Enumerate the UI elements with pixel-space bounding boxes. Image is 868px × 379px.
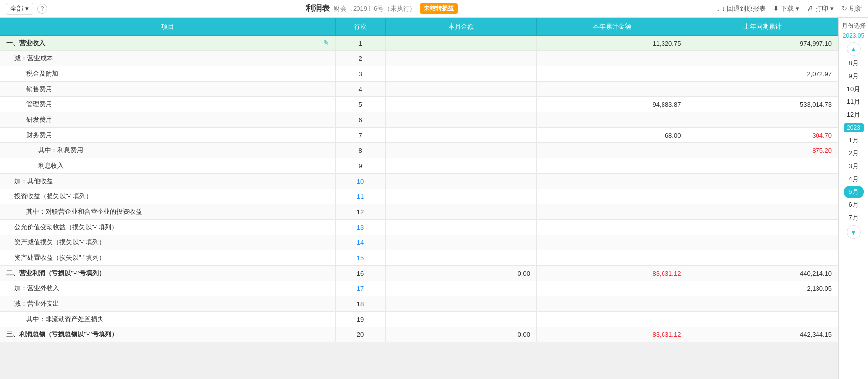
sidebar-month-7[interactable]: 7月 [844, 211, 864, 224]
refresh-button[interactable]: ↻ 刷新 [842, 4, 862, 13]
row-label: 三、利润总额（亏损总额以"-"号填列） [6, 331, 118, 338]
cell-row-num[interactable]: 11 [335, 189, 386, 204]
cell-prev [687, 82, 838, 97]
cell-item-5: 研发费用 [0, 112, 336, 128]
edit-icon[interactable]: ✎ [323, 39, 329, 47]
cell-current [386, 66, 537, 82]
cell-current [386, 36, 537, 51]
table-row: 减：营业成本2 [0, 51, 838, 66]
sidebar-month-10[interactable]: 10月 [844, 83, 864, 95]
cell-item-2: 税金及附加 [0, 66, 336, 82]
print-arrow-icon: ▾ [830, 5, 834, 12]
scope-dropdown[interactable]: 全部 ▾ [6, 3, 33, 15]
download-arrow-icon: ▾ [796, 5, 799, 12]
row-label: 税金及附加 [26, 70, 58, 77]
cell-item-10: 投资收益（损失以"-"填列） [0, 189, 336, 204]
report-subtitle: 财会〔2019〕6号（未执行） [334, 4, 416, 13]
cell-prev [687, 312, 838, 327]
sidebar-period-label: 月份选择 [842, 22, 866, 30]
cell-prev: 440,214.10 [687, 266, 838, 281]
sidebar-month-5[interactable]: 5月 [844, 186, 864, 198]
cell-ytd: 11,320.75 [536, 36, 687, 51]
cell-row-num[interactable]: 14 [335, 235, 386, 250]
cell-prev [687, 189, 838, 204]
sidebar-month-2[interactable]: 2月 [844, 147, 864, 160]
cell-prev [687, 220, 838, 235]
cell-ytd [536, 235, 687, 250]
cell-item-15: 二、营业利润（亏损以"-"号填列） [0, 266, 336, 281]
cell-row-num[interactable]: 15 [335, 250, 386, 266]
cell-current [386, 296, 537, 312]
table-row: 其中：利息费用8-875.20 [0, 143, 838, 158]
cell-current [386, 189, 537, 204]
table-row: 财务费用768.00-304.70 [0, 128, 838, 143]
sidebar-month-1[interactable]: 1月 [844, 134, 864, 147]
cell-row-num[interactable]: 10 [335, 174, 386, 189]
cell-item-18: 其中：非流动资产处置损失 [0, 312, 336, 327]
sidebar-month-12[interactable]: 12月 [844, 108, 864, 121]
help-icon[interactable]: ? [37, 4, 47, 14]
cell-current [386, 97, 537, 112]
table-row: 加：营业外收入172,130.05 [0, 281, 838, 296]
table-row: 三、利润总额（亏损总额以"-"号填列）200.00-83,631.12442,3… [0, 327, 838, 342]
cell-prev [687, 158, 838, 174]
cell-current [386, 235, 537, 250]
main-container: 项目 行次 本月金额 本年累计金额 上年同期累计 一、营业收入✎111,320.… [0, 18, 868, 379]
sidebar-month-3[interactable]: 3月 [844, 160, 864, 173]
print-button[interactable]: 🖨 打印 ▾ [807, 4, 834, 13]
cell-current: 0.00 [386, 327, 537, 342]
cell-current [386, 112, 537, 128]
cell-prev: -875.20 [687, 143, 838, 158]
row-label: 加：营业外收入 [14, 284, 59, 292]
sidebar-month-9[interactable]: 9月 [844, 70, 864, 83]
right-sidebar: 月份选择 2023.05 ▲ 8月 9月 10月 11月 12月 2023 1月… [838, 18, 868, 379]
cell-row-num: 9 [335, 158, 386, 174]
cell-row-num: 6 [335, 112, 386, 128]
sidebar-month-11[interactable]: 11月 [844, 95, 864, 108]
sidebar-down-arrow[interactable]: ▼ [847, 225, 861, 239]
row-label: 研发费用 [26, 116, 52, 123]
table-header-row: 项目 行次 本月金额 本年累计金额 上年同期累计 [0, 18, 838, 36]
income-statement-table: 项目 行次 本月金额 本年累计金额 上年同期累计 一、营业收入✎111,320.… [0, 18, 838, 342]
table-row: 一、营业收入✎111,320.75974,997.10 [0, 36, 838, 51]
cell-current [386, 158, 537, 174]
table-row: 加：其他收益10 [0, 174, 838, 189]
row-label: 销售费用 [26, 85, 52, 93]
table-row: 其中：对联营企业和合营企业的投资收益12 [0, 204, 838, 220]
download-button[interactable]: ⬇ 下载 ▾ [773, 4, 799, 13]
sidebar-month-6[interactable]: 6月 [844, 198, 864, 211]
cell-current [386, 220, 537, 235]
cell-ytd [536, 112, 687, 128]
cell-current [386, 82, 537, 97]
row-label: 二、营业利润（亏损以"-"号填列） [6, 269, 105, 277]
table-row: 销售费用4 [0, 82, 838, 97]
sidebar-up-arrow[interactable]: ▲ [847, 42, 861, 56]
cell-current [386, 204, 537, 220]
scope-label: 全部 [10, 4, 23, 13]
cell-current [386, 281, 537, 296]
cell-row-num[interactable]: 13 [335, 220, 386, 235]
sidebar-month-8[interactable]: 8月 [844, 57, 864, 70]
table-row: 管理费用594,883.87533,014.73 [0, 97, 838, 112]
cell-ytd [536, 189, 687, 204]
cell-item-14: 资产处置收益（损失以"-"填列） [0, 250, 336, 266]
row-label: 资产减值损失（损失以"-"填列） [14, 238, 105, 246]
cell-row-num[interactable]: 17 [335, 281, 386, 296]
col-header-current: 本月金额 [386, 18, 537, 36]
top-bar: 全部 ▾ ? 利润表 财会〔2019〕6号（未执行） 未结转损益 ↓ ↓ 回退到… [0, 0, 868, 18]
sidebar-month-4[interactable]: 4月 [844, 173, 864, 186]
cell-current [386, 174, 537, 189]
report-title: 利润表 [306, 3, 330, 14]
cell-ytd [536, 296, 687, 312]
cell-item-4: 管理费用 [0, 97, 336, 112]
table-row: 资产减值损失（损失以"-"填列）14 [0, 235, 838, 250]
cell-prev: 442,344.15 [687, 327, 838, 342]
table-row: 公允价值变动收益（损失以"-"填列）13 [0, 220, 838, 235]
col-header-ytd: 本年累计金额 [536, 18, 687, 36]
print-icon: 🖨 [807, 5, 814, 12]
row-label: 公允价值变动收益（损失以"-"填列） [14, 223, 118, 231]
cell-row-num: 3 [335, 66, 386, 82]
back-button[interactable]: ↓ ↓ 回退到原报表 [716, 4, 766, 13]
cell-row-num: 1 [335, 36, 386, 51]
dropdown-arrow-icon: ▾ [25, 5, 29, 12]
